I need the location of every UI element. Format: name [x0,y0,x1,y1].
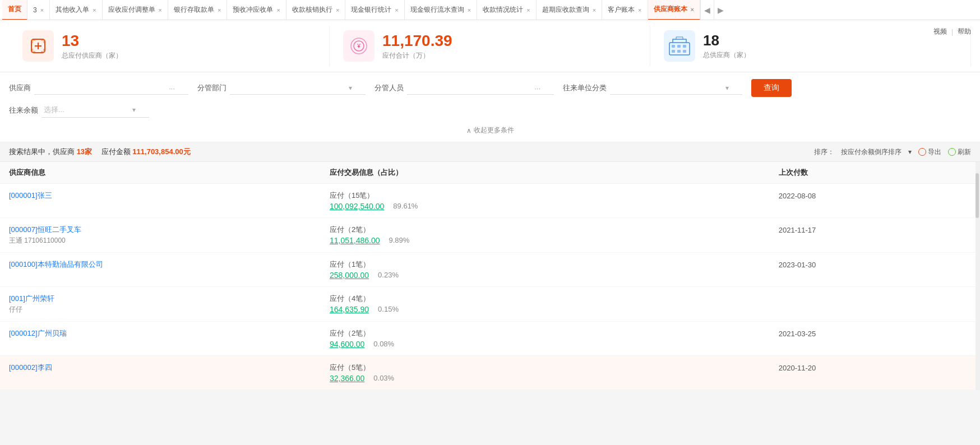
last-pay-4: 2021-03-25 [779,328,971,338]
close-icon[interactable]: × [691,6,694,13]
nav-tab-overdue-ar[interactable]: 超期应收款查询 × [537,0,602,20]
main-content: 供应商信息 应付交易信息（占比） 上次付数 [000001]张三 应付（15笔）… [0,162,980,390]
dept-select-wrap[interactable]: ▾ [230,82,366,95]
sort-value[interactable]: 按应付余额倒序排序 [841,147,902,157]
balance-select-wrap[interactable]: 选择... ▾ [41,103,149,118]
supplier-link-3[interactable]: [001]广州荣轩 [9,294,54,303]
summary-card-payable-suppliers: 13 总应付供应商（家） [9,26,330,66]
trade-amount-2[interactable]: 258,000.00 [330,271,369,280]
table-header: 供应商信息 应付交易信息（占比） 上次付数 [0,162,980,184]
supplier-link-4[interactable]: [000012]广州贝瑞 [9,329,67,337]
category-chevron-icon[interactable]: ▾ [725,84,729,92]
nav-tab-other-income[interactable]: 其他收入单 × [50,0,102,20]
col-header-supplier: 供应商信息 [9,168,330,178]
sort-chevron-icon[interactable]: ▾ [908,148,912,156]
close-icon[interactable]: × [93,7,96,13]
sort-label: 排序： [814,147,834,157]
payable-suppliers-icon [22,30,54,62]
supplier-label: 供应商 [9,83,31,93]
supplier-name-1[interactable]: [000007]恒旺二手叉车 [9,225,330,235]
person-input[interactable] [407,81,554,95]
nav-tab-cash-bank-flow-label: 现金银行流水查询 [410,5,464,15]
summary-card-total-suppliers: 18 总供应商（家） [650,26,971,66]
nav-tab-customer-ledger-label: 客户账本 [608,5,635,15]
help-link[interactable]: 帮助 [958,27,971,36]
nav-tab-ar-ap-adjust[interactable]: 应收应付调整单 × [103,0,168,20]
trade-row-0: 100,092,540.00 89.61% [330,201,779,211]
refresh-button[interactable]: 刷新 [948,147,971,157]
payable-total-icon: ¥ [343,30,375,62]
video-link[interactable]: 视频 [933,27,947,36]
trade-amount-4[interactable]: 94,600.00 [330,340,364,349]
results-info-prefix: 搜索结果中，供应商 [9,147,75,156]
supplier-info-0: [000001]张三 [9,191,330,201]
nav-tab-cash-bank-flow[interactable]: 现金银行流水查询 × [405,0,477,20]
dept-chevron-icon[interactable]: ▾ [349,84,352,92]
links-divider: | [951,28,953,36]
supplier-input-wrap: ··· [34,81,188,95]
export-button[interactable]: 导出 [918,147,941,157]
nav-tab-3-close[interactable]: × [40,7,44,13]
supplier-name-0[interactable]: [000001]张三 [9,191,330,201]
trade-amount-5[interactable]: 32,366.00 [330,374,364,383]
results-actions: 排序： 按应付余额倒序排序 ▾ 导出 刷新 [814,147,971,157]
trade-info-1: 应付（2笔） 11,051,486.00 9.89% [330,225,779,245]
supplier-link-5[interactable]: [000002]李四 [9,363,52,372]
filter-collapse-btn[interactable]: ∧ 收起更多条件 [9,123,971,137]
nav-tab-3-label: 3 [33,6,37,14]
close-icon[interactable]: × [526,7,530,13]
total-suppliers-icon [664,30,695,62]
supplier-link-1[interactable]: [000007]恒旺二手叉车 [9,225,81,234]
refresh-label: 刷新 [958,147,971,157]
trade-amount-3[interactable]: 164,635.90 [330,305,369,314]
nav-prev-arrow[interactable]: ◀ [700,0,714,20]
query-button[interactable]: 查询 [751,79,792,97]
nav-tab-collection-stat[interactable]: 收款情况统计 × [477,0,536,20]
nav-tab-bank-deposit[interactable]: 银行存取款单 × [168,0,227,20]
balance-chevron-icon[interactable]: ▾ [132,106,136,114]
trade-pct-1: 9.89% [389,236,410,244]
supplier-name-3[interactable]: [001]广州荣轩 [9,294,330,304]
close-icon[interactable]: × [218,7,221,13]
filter-row-1: 供应商 ··· 分管部门 ▾ 分管人员 ··· 往来单位分类 [9,79,971,97]
nav-tab-3[interactable]: 3 × [27,0,50,20]
supplier-link-2[interactable]: [000100]本特勤油品有限公司 [9,260,103,268]
nav-next-arrow[interactable]: ▶ [714,0,727,20]
close-icon[interactable]: × [593,7,596,13]
total-suppliers-number: 18 [703,32,750,49]
supplier-dots-icon[interactable]: ··· [169,84,175,92]
nav-tab-supplier-ledger[interactable]: 供应商账本 × [648,0,700,20]
category-select-wrap[interactable]: ▾ [610,82,742,95]
trade-label-0: 应付（15笔） [330,191,779,201]
nav-tab-prepay-ar-label: 预收冲应收单 [233,5,273,15]
filter-dept: 分管部门 ▾ [197,82,366,95]
svg-rect-5 [672,45,675,48]
supplier-name-4[interactable]: [000012]广州贝瑞 [9,328,330,339]
scrollbar-thumb[interactable] [976,173,979,218]
supplier-name-5[interactable]: [000002]李四 [9,363,330,373]
table-row: [000100]本特勤油品有限公司 应付（1笔） 258,000.00 0.23… [0,253,980,287]
nav-tab-collection-exec[interactable]: 收款核销执行 × [286,0,345,20]
nav-tab-home[interactable]: 首页 [2,0,27,20]
person-dots-icon[interactable]: ··· [534,84,540,92]
trade-amount-0[interactable]: 100,092,540.00 [330,202,384,211]
nav-tab-bank-deposit-label: 银行存取款单 [174,5,214,15]
supplier-link-0[interactable]: [000001]张三 [9,191,52,200]
close-icon[interactable]: × [159,7,162,13]
close-icon[interactable]: × [336,7,339,13]
close-icon[interactable]: × [468,7,471,13]
trade-label-2: 应付（1笔） [330,259,779,270]
trade-row-3: 164,635.90 0.15% [330,304,779,314]
nav-tab-prepay-ar[interactable]: 预收冲应收单 × [227,0,286,20]
supplier-name-2[interactable]: [000100]本特勤油品有限公司 [9,259,330,270]
trade-amount-1[interactable]: 11,051,486.00 [330,236,380,245]
scrollbar-track[interactable] [976,162,980,390]
close-icon[interactable]: × [638,7,641,13]
close-icon[interactable]: × [276,7,280,13]
close-icon[interactable]: × [395,7,398,13]
nav-tab-cash-bank-stat[interactable]: 现金银行统计 × [345,0,404,20]
supplier-input[interactable] [34,81,188,95]
nav-tab-customer-ledger[interactable]: 客户账本 × [602,0,648,20]
nav-tab-other-income-label: 其他收入单 [56,5,89,15]
supplier-sub-1: 王通 17106110000 [9,236,330,245]
